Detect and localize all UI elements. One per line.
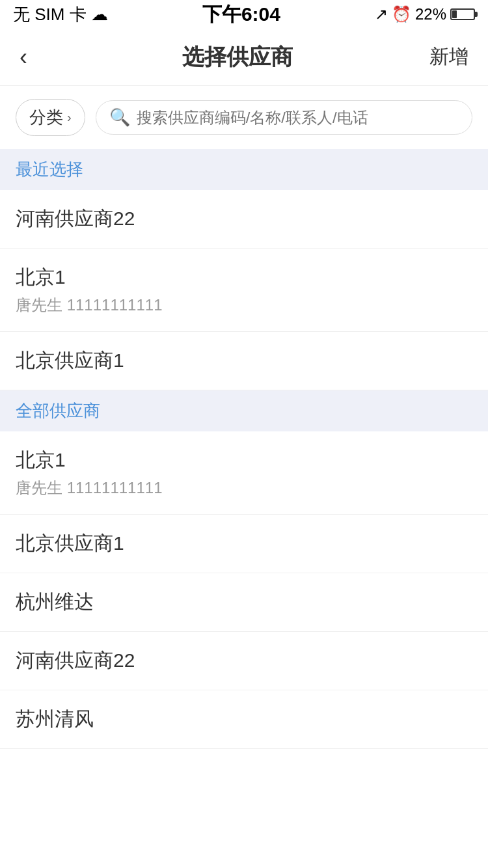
recent-section-label: 最近选择	[16, 159, 83, 179]
recent-list: 河南供应商22北京1唐先生 11111111111北京供应商1	[0, 190, 488, 390]
search-input[interactable]	[137, 109, 459, 127]
no-sim-label: 无 SIM 卡 ☁	[13, 3, 108, 26]
all-section-header: 全部供应商	[0, 390, 488, 431]
list-item[interactable]: 北京1唐先生 11111111111	[0, 431, 488, 515]
list-item[interactable]: 杭州维达	[0, 573, 488, 632]
item-sub: 唐先生 11111111111	[16, 478, 472, 498]
list-item[interactable]: 北京1唐先生 11111111111	[0, 249, 488, 332]
back-button[interactable]: ‹	[20, 44, 59, 71]
item-sub: 唐先生 11111111111	[16, 295, 472, 316]
status-time: 下午6:04	[202, 1, 280, 28]
item-name: 河南供应商22	[16, 206, 472, 232]
all-section-label: 全部供应商	[16, 401, 100, 420]
list-item[interactable]: 苏州清风	[0, 690, 488, 749]
item-name: 北京供应商1	[16, 530, 472, 557]
search-box[interactable]: 🔍	[96, 100, 472, 135]
item-name: 河南供应商22	[16, 647, 472, 674]
recent-section-header: 最近选择	[0, 149, 488, 190]
search-icon: 🔍	[109, 107, 130, 128]
list-item[interactable]: 河南供应商22	[0, 632, 488, 690]
battery-icon	[450, 8, 475, 20]
status-right: ↗ ⏰ 22%	[375, 5, 475, 23]
chevron-right-icon: ›	[67, 110, 72, 125]
nav-bar: ‹ 选择供应商 新增	[0, 29, 488, 86]
page-title: 选择供应商	[182, 42, 293, 72]
list-item[interactable]: 河南供应商22	[0, 190, 488, 249]
list-item[interactable]: 北京供应商1	[0, 515, 488, 573]
item-name: 北京1	[16, 264, 472, 291]
item-name: 北京供应商1	[16, 347, 472, 374]
category-label: 分类	[29, 106, 63, 129]
status-left: 无 SIM 卡 ☁	[13, 3, 108, 26]
list-item[interactable]: 北京供应商1	[0, 332, 488, 390]
status-bar: 无 SIM 卡 ☁ 下午6:04 ↗ ⏰ 22%	[0, 0, 488, 29]
item-name: 杭州维达	[16, 589, 472, 616]
filter-row: 分类 › 🔍	[0, 86, 488, 149]
all-list: 北京1唐先生 11111111111北京供应商1杭州维达河南供应商22苏州清风	[0, 431, 488, 749]
alarm-icon: ⏰	[392, 5, 411, 23]
battery-percent: 22%	[415, 5, 446, 23]
item-name: 北京1	[16, 447, 472, 474]
item-name: 苏州清风	[16, 706, 472, 733]
location-icon: ↗	[375, 5, 388, 23]
category-button[interactable]: 分类 ›	[16, 99, 85, 136]
add-button[interactable]: 新增	[416, 44, 468, 70]
